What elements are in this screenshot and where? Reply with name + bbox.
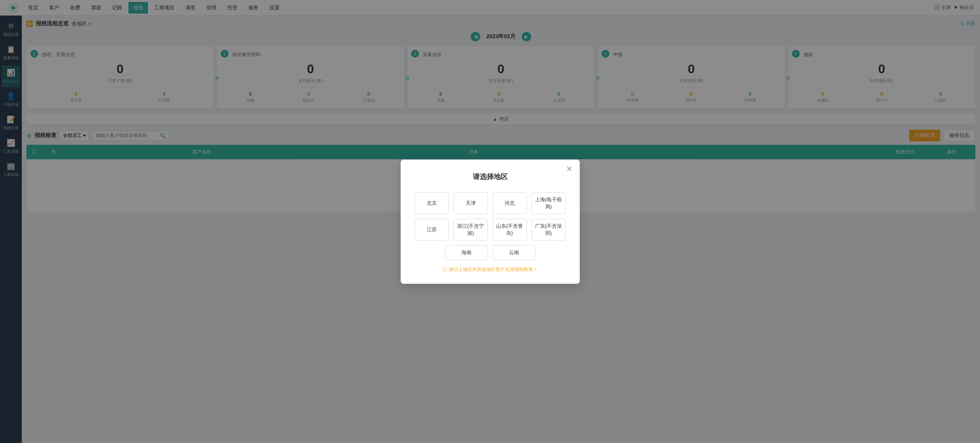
region-btn-beijing[interactable]: 北京 <box>415 192 449 214</box>
region-grid-row3: 海南 云南 <box>415 245 566 260</box>
region-btn-guangdong[interactable]: 广东(不含深圳) <box>531 219 566 241</box>
region-select-modal: ✕ 请选择地区 北京 天津 河北 上海(电子税局) 江苏 浙江(不含宁波) 山东… <box>401 160 580 284</box>
modal-close-button[interactable]: ✕ <box>566 165 573 173</box>
notice-text: 除以上地区外其他地区暂不支持报税检查！ <box>449 266 538 273</box>
notice-icon: ⓘ <box>443 266 447 273</box>
region-btn-shanghai[interactable]: 上海(电子税局) <box>531 192 566 214</box>
modal-overlay[interactable]: ✕ 请选择地区 北京 天津 河北 上海(电子税局) 江苏 浙江(不含宁波) 山东… <box>0 0 980 443</box>
region-btn-tianjin[interactable]: 天津 <box>454 192 488 214</box>
modal-notice: ⓘ 除以上地区外其他地区暂不支持报税检查！ <box>415 266 566 273</box>
region-btn-shandong[interactable]: 山东(不含青岛) <box>493 219 527 241</box>
region-grid-row1: 北京 天津 河北 上海(电子税局) <box>415 192 566 214</box>
region-btn-jiangsu[interactable]: 江苏 <box>415 219 449 241</box>
region-btn-hebei[interactable]: 河北 <box>493 192 527 214</box>
region-btn-yunnan[interactable]: 云南 <box>493 245 535 260</box>
region-btn-zhejiang[interactable]: 浙江(不含宁波) <box>454 219 488 241</box>
modal-title: 请选择地区 <box>415 172 566 181</box>
region-btn-hainan[interactable]: 海南 <box>445 245 488 260</box>
region-grid-row2: 江苏 浙江(不含宁波) 山东(不含青岛) 广东(不含深圳) <box>415 219 566 241</box>
